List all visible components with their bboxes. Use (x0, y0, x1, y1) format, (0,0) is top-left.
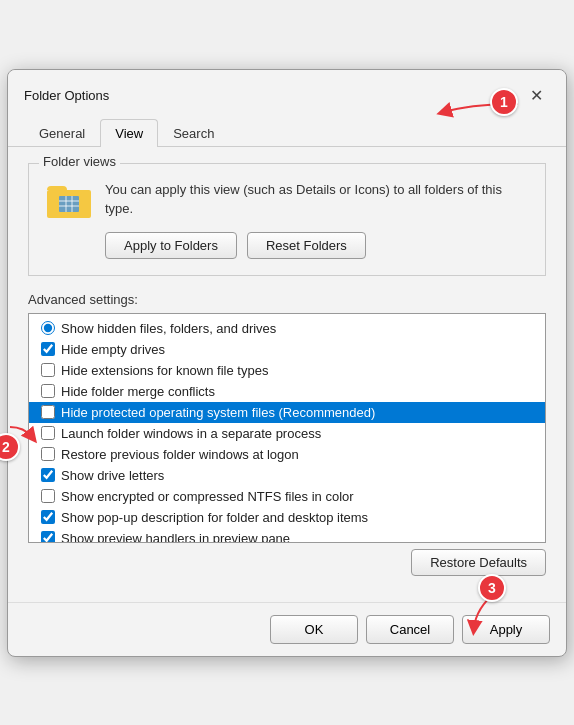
tab-content: Folder views (8, 147, 566, 592)
folder-views-group: Folder views (28, 163, 546, 276)
folder-views-label: Folder views (39, 154, 120, 169)
folder-views-inner: You can apply this view (such as Details… (45, 180, 529, 220)
settings-items: Show hidden files, folders, and drives H… (29, 314, 545, 543)
setting-hide-empty-drives[interactable]: Hide empty drives (29, 339, 545, 360)
cancel-button[interactable]: Cancel (366, 615, 454, 644)
dialog-title: Folder Options (24, 88, 109, 103)
close-button[interactable]: ✕ (522, 82, 550, 110)
setting-restore-previous[interactable]: Restore previous folder windows at logon (29, 444, 545, 465)
setting-show-popup[interactable]: Show pop-up description for folder and d… (29, 507, 545, 528)
svg-rect-1 (59, 196, 79, 212)
checkbox-show-encrypted[interactable] (41, 489, 55, 503)
setting-label: Show encrypted or compressed NTFS files … (61, 489, 354, 504)
setting-label: Show pop-up description for folder and d… (61, 510, 368, 525)
setting-label: Show drive letters (61, 468, 164, 483)
checkbox-show-preview-handlers[interactable] (41, 531, 55, 543)
advanced-settings-label: Advanced settings: (28, 292, 546, 307)
setting-show-encrypted[interactable]: Show encrypted or compressed NTFS files … (29, 486, 545, 507)
checkbox-restore-previous[interactable] (41, 447, 55, 461)
setting-label: Hide protected operating system files (R… (61, 405, 375, 420)
setting-label: Restore previous folder windows at logon (61, 447, 299, 462)
setting-hide-protected[interactable]: Hide protected operating system files (R… (29, 402, 545, 423)
title-bar: Folder Options ✕ (8, 70, 566, 110)
folder-options-dialog: 1 Folder Options ✕ General View Search F… (7, 69, 567, 657)
advanced-settings-container: 2 Show hidden files, folders, and drives (28, 313, 546, 543)
setting-label: Show preview handlers in preview pane (61, 531, 290, 543)
reset-folders-button[interactable]: Reset Folders (247, 232, 366, 259)
setting-label: Hide extensions for known file types (61, 363, 268, 378)
setting-launch-folder-windows[interactable]: Launch folder windows in a separate proc… (29, 423, 545, 444)
checkbox-launch-folder-windows[interactable] (41, 426, 55, 440)
restore-defaults-button[interactable]: Restore Defaults (411, 549, 546, 576)
tab-view[interactable]: View (100, 119, 158, 147)
checkbox-hide-empty-drives[interactable] (41, 342, 55, 356)
setting-show-preview-handlers[interactable]: Show preview handlers in preview pane (29, 528, 545, 543)
annotation-1: 1 (490, 88, 518, 116)
tab-general[interactable]: General (24, 119, 100, 147)
checkbox-show-popup[interactable] (41, 510, 55, 524)
radio-show-hidden[interactable] (41, 321, 55, 335)
folder-views-buttons: Apply to Folders Reset Folders (105, 232, 529, 259)
apply-to-folders-button[interactable]: Apply to Folders (105, 232, 237, 259)
checkbox-hide-protected[interactable] (41, 405, 55, 419)
folder-icon (45, 180, 93, 220)
folder-views-desc: You can apply this view (such as Details… (105, 180, 529, 219)
apply-button[interactable]: Apply (462, 615, 550, 644)
settings-list[interactable]: Show hidden files, folders, and drives H… (28, 313, 546, 543)
ok-button[interactable]: OK (270, 615, 358, 644)
restore-defaults-row: Restore Defaults (28, 549, 546, 576)
tab-bar: General View Search (8, 110, 566, 147)
bottom-area: 3 OK Cancel Apply (8, 602, 566, 656)
setting-show-hidden[interactable]: Show hidden files, folders, and drives (29, 318, 545, 339)
setting-label: Hide empty drives (61, 342, 165, 357)
checkbox-hide-extensions[interactable] (41, 363, 55, 377)
setting-hide-folder-merge[interactable]: Hide folder merge conflicts (29, 381, 545, 402)
setting-hide-extensions[interactable]: Hide extensions for known file types (29, 360, 545, 381)
setting-label: Launch folder windows in a separate proc… (61, 426, 321, 441)
tab-search[interactable]: Search (158, 119, 229, 147)
setting-label: Show hidden files, folders, and drives (61, 321, 276, 336)
annotation-2: 2 (0, 433, 20, 461)
checkbox-hide-folder-merge[interactable] (41, 384, 55, 398)
checkbox-show-drive-letters[interactable] (41, 468, 55, 482)
annotation-3: 3 (478, 574, 506, 602)
setting-show-drive-letters[interactable]: Show drive letters (29, 465, 545, 486)
bottom-buttons: OK Cancel Apply (8, 602, 566, 656)
setting-label: Hide folder merge conflicts (61, 384, 215, 399)
